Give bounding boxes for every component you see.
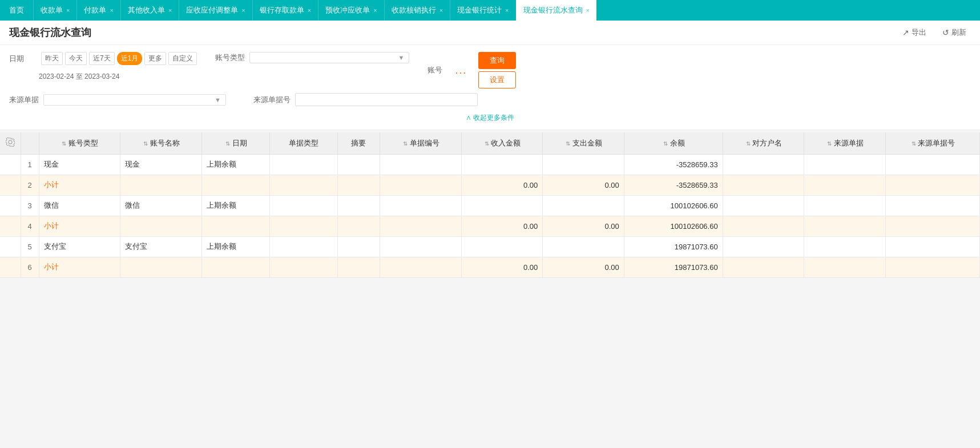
th-source-doc-no[interactable]: ⇅ 来源单据号 — [885, 132, 979, 154]
date-label: 日期 — [9, 54, 32, 64]
cell-row_num: 2 — [21, 175, 39, 195]
cell-expense: 0.00 — [543, 175, 624, 195]
date-more-btn[interactable]: 更多 — [144, 52, 166, 65]
cell-expense — [543, 154, 624, 175]
header-actions: ↗ 导出 ↺ 刷新 — [898, 25, 971, 40]
th-balance[interactable]: ⇅ 余额 — [624, 132, 723, 154]
th-income[interactable]: ⇅ 收入金额 — [461, 132, 543, 154]
cell-income: 0.00 — [461, 216, 543, 236]
source-doc-no-group: 来源单据号 — [253, 93, 478, 106]
date-today-btn[interactable]: 今天 — [65, 52, 87, 65]
th-date[interactable]: ⇅ 日期 — [201, 132, 269, 154]
cell-source_doc_no — [885, 195, 979, 216]
cell-counterpart — [723, 216, 804, 236]
cell-balance: -3528659.33 — [624, 154, 723, 175]
date-range: 2023-02-24 至 2023-03-24 — [39, 72, 119, 80]
nav-tab-qitashouruden[interactable]: 其他收入单 × — [120, 0, 179, 21]
nav-tab-shoukuanhexiao[interactable]: 收款核销执行 × — [384, 0, 450, 21]
close-icon[interactable]: × — [308, 7, 311, 14]
cell-account_type: 小计 — [39, 216, 120, 236]
page-header: 现金银行流水查询 ↗ 导出 ↺ 刷新 — [0, 21, 980, 45]
account-type-select[interactable]: ▼ — [249, 52, 409, 63]
cell-doc_no — [380, 175, 462, 195]
nav-home[interactable]: 首页 — [0, 0, 33, 21]
cell-date: 上期余额 — [201, 236, 269, 257]
th-account-name[interactable]: ⇅ 账号名称 — [120, 132, 202, 154]
sort-icon: ⇅ — [912, 140, 916, 147]
table-row: 2小计0.000.00-3528659.33 — [0, 175, 980, 195]
th-source-doc[interactable]: ⇅ 来源单据 — [804, 132, 886, 154]
cell-expense: 0.00 — [543, 216, 624, 236]
close-icon[interactable]: × — [586, 7, 590, 14]
cell-counterpart — [723, 257, 804, 277]
date-yesterday-btn[interactable]: 昨天 — [41, 52, 63, 65]
cell-account_type: 支付宝 — [39, 236, 120, 257]
settings-button[interactable]: 设置 — [478, 71, 516, 88]
cell-summary — [337, 195, 380, 216]
close-icon[interactable]: × — [373, 7, 377, 14]
cell-row_num: 3 — [21, 195, 39, 216]
cell-doc_no — [380, 195, 462, 216]
cell-source_doc — [804, 154, 886, 175]
cell-date: 上期余额 — [201, 195, 269, 216]
nav-tab-yingshouyingfu[interactable]: 应收应付调整单 × — [179, 0, 252, 21]
cell-doc_no — [380, 236, 462, 257]
th-account-type[interactable]: ⇅ 账号类型 — [39, 132, 120, 154]
cell-account_name: 现金 — [120, 154, 202, 175]
date-1month-btn[interactable]: 近1月 — [117, 52, 143, 65]
table-row: 4小计0.000.00100102606.60 — [0, 216, 980, 236]
account-dots-button[interactable]: ... — [455, 64, 467, 76]
sort-icon: ⇅ — [663, 140, 668, 147]
nav-tab-xianjinyinhangliushui[interactable]: 现金银行流水查询 × — [516, 0, 596, 21]
cell-doc_type — [269, 154, 337, 175]
th-counterpart[interactable]: ⇅ 对方户名 — [723, 132, 804, 154]
th-expense[interactable]: ⇅ 支出金额 — [543, 132, 624, 154]
table-row: 5支付宝支付宝上期余额19871073.60 — [0, 236, 980, 257]
chevron-down-icon: ▼ — [398, 54, 404, 61]
cell-summary — [337, 175, 380, 195]
cell-source_doc — [804, 236, 886, 257]
filter-area: 日期 昨天 今天 近7天 近1月 更多 自定义 2023-02-24 至 202… — [0, 45, 980, 130]
cell-account_type: 小计 — [39, 175, 120, 195]
collapse-bar[interactable]: ∧ 收起更多条件 — [9, 111, 971, 123]
refresh-icon: ↺ — [942, 28, 949, 37]
nav-tab-shoukuandan[interactable]: 收款单 × — [33, 0, 76, 21]
th-gear[interactable] — [0, 132, 21, 154]
cell-source_doc — [804, 195, 886, 216]
cell-date — [201, 257, 269, 277]
cell-income — [461, 154, 543, 175]
cell-summary — [337, 257, 380, 277]
refresh-button[interactable]: ↺ 刷新 — [938, 25, 971, 40]
sort-icon: ⇅ — [746, 140, 751, 147]
nav-tab-fukuandan[interactable]: 付款单 × — [76, 0, 120, 21]
query-button[interactable]: 查询 — [478, 52, 516, 69]
cell-summary — [337, 216, 380, 236]
cell-summary — [337, 154, 380, 175]
close-icon[interactable]: × — [241, 7, 245, 14]
nav-tab-yushouzhong[interactable]: 预收冲应收单 × — [318, 0, 384, 21]
nav-tab-yinhangcunqu[interactable]: 银行存取款单 × — [252, 0, 318, 21]
cell-gear — [0, 216, 21, 236]
account-type-group: 账号类型 ▼ — [215, 52, 409, 63]
cell-account_name — [120, 257, 202, 277]
close-icon[interactable]: × — [505, 7, 509, 14]
date-custom-btn[interactable]: 自定义 — [168, 52, 197, 65]
th-doc-no[interactable]: ⇅ 单据编号 — [380, 132, 462, 154]
cell-income: 0.00 — [461, 175, 543, 195]
data-table: ⇅ 账号类型 ⇅ 账号名称 ⇅ 日期 单据类型 摘要 ⇅ — [0, 132, 980, 278]
cell-account_type: 现金 — [39, 154, 120, 175]
nav-tab-xianjinyinhangtongjia[interactable]: 现金银行统计 × — [450, 0, 515, 21]
close-icon[interactable]: × — [168, 7, 172, 14]
date-shortcuts: 昨天 今天 近7天 近1月 更多 自定义 — [41, 52, 197, 65]
close-icon[interactable]: × — [66, 7, 70, 14]
cell-date — [201, 175, 269, 195]
source-doc-no-input[interactable] — [295, 93, 478, 106]
cell-date — [201, 216, 269, 236]
cell-account_name: 微信 — [120, 195, 202, 216]
page-title: 现金银行流水查询 — [9, 26, 91, 39]
export-button[interactable]: ↗ 导出 — [898, 25, 931, 40]
close-icon[interactable]: × — [439, 7, 443, 14]
date-7days-btn[interactable]: 近7天 — [89, 52, 115, 65]
close-icon[interactable]: × — [110, 7, 113, 14]
source-doc-select[interactable]: ▼ — [43, 94, 226, 106]
